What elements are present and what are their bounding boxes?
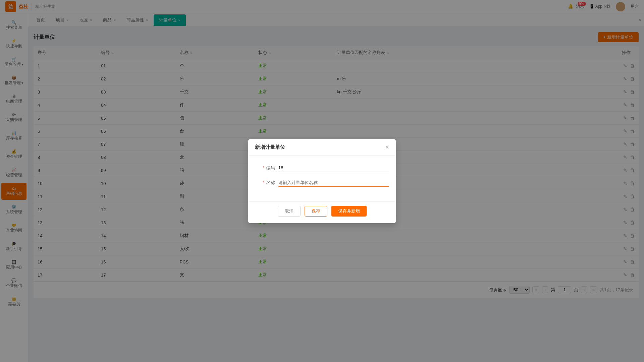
modal-header: 新增计量单位 × (248, 139, 396, 156)
modal-overlay[interactable]: 新增计量单位 × * 编码 * 名称 取消 保存 保存并新增 (0, 0, 644, 362)
required-mark: * (263, 165, 264, 170)
name-form-item: * 名称 (255, 179, 389, 187)
modal-footer: 取消 保存 保存并新增 (248, 201, 396, 223)
code-label-text: 编码 (266, 165, 275, 170)
name-label: * 名称 (255, 180, 275, 186)
name-label-text: 名称 (266, 180, 275, 185)
required-mark: * (263, 180, 264, 185)
cancel-button[interactable]: 取消 (278, 206, 301, 217)
save-button[interactable]: 保存 (305, 206, 327, 217)
modal-body: * 编码 * 名称 (248, 156, 396, 201)
modal-title: 新增计量单位 (255, 144, 285, 150)
add-unit-modal: 新增计量单位 × * 编码 * 名称 取消 保存 保存并新增 (248, 139, 396, 223)
code-input[interactable] (278, 164, 389, 172)
code-label: * 编码 (255, 165, 275, 171)
modal-close-button[interactable]: × (385, 144, 389, 151)
code-form-item: * 编码 (255, 164, 389, 172)
save-and-new-button[interactable]: 保存并新增 (331, 206, 367, 217)
name-input[interactable] (278, 179, 389, 187)
